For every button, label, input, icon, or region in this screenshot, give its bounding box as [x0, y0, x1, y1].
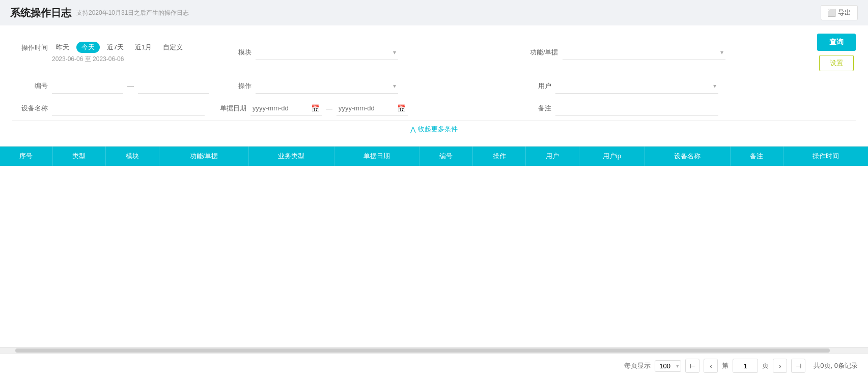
page-label: 第 — [722, 361, 729, 370]
page-num-input[interactable] — [733, 359, 758, 373]
user-select[interactable] — [555, 78, 718, 94]
user-select-wrapper: ▾ — [555, 78, 718, 94]
page-header: 系统操作日志 支持2020年10月31日之后产生的操作日志 ⬜ 导出 — [0, 0, 868, 25]
col-op-time: 操作时间 — [783, 147, 868, 166]
operation-select[interactable] — [256, 78, 398, 94]
time-btn-custom[interactable]: 自定义 — [159, 42, 187, 53]
code-input-start[interactable] — [52, 78, 123, 94]
code-label: 编号 — [12, 81, 48, 91]
page-size-label: 每页显示 — [624, 361, 651, 370]
action-buttons: 查询 设置 — [817, 34, 856, 71]
date-start-wrapper: 📅 — [250, 101, 322, 116]
module-select[interactable] — [256, 45, 398, 60]
export-icon: ⬜ — [827, 9, 836, 17]
page-subtitle: 支持2020年10月31日之后产生的操作日志 — [76, 9, 189, 17]
col-voucher-date: 单据日期 — [334, 147, 419, 166]
calendar-start-icon[interactable]: 📅 — [311, 104, 320, 112]
operation-label: 操作 — [216, 81, 251, 91]
scrollbar-thumb[interactable] — [15, 348, 830, 353]
operation-select-wrapper: ▾ — [256, 78, 398, 94]
date-dash: — — [326, 105, 332, 112]
time-btn-yesterday[interactable]: 昨天 — [52, 42, 73, 53]
time-range-text: 2023-06-06 至 2023-06-06 — [52, 55, 187, 64]
collapse-up-icon: ⋀ — [410, 126, 416, 133]
next-page-button[interactable]: › — [773, 359, 787, 373]
table-wrapper: 序号 类型 模块 功能/单据 业务类型 单据日期 编号 操作 用户 用户ip 设… — [0, 147, 868, 347]
table-header-row: 序号 类型 模块 功能/单据 业务类型 单据日期 编号 操作 用户 用户ip 设… — [0, 147, 868, 166]
remark-input[interactable] — [555, 101, 718, 116]
prev-page-button[interactable]: ‹ — [704, 359, 718, 373]
col-operation: 操作 — [472, 147, 525, 166]
collapse-label: 收起更多条件 — [418, 125, 458, 134]
collapse-button[interactable]: ⋀ 收起更多条件 — [410, 125, 458, 134]
col-code: 编号 — [419, 147, 472, 166]
settings-button[interactable]: 设置 — [819, 55, 854, 71]
col-user: 用户 — [526, 147, 579, 166]
code-dash: — — [127, 82, 134, 90]
col-func: 功能/单据 — [159, 147, 248, 166]
first-page-button[interactable]: ⊢ — [685, 359, 699, 373]
page-unit: 页 — [762, 361, 769, 370]
remark-label: 备注 — [506, 104, 551, 113]
col-type: 类型 — [52, 147, 105, 166]
collapse-bar: ⋀ 收起更多条件 — [12, 120, 856, 138]
col-device: 设备名称 — [645, 147, 730, 166]
pagination-bar: 每页显示 100 50 200 ▾ ⊢ ‹ 第 页 › ⊣ 共0页, 0条记录 — [0, 353, 868, 378]
col-module: 模块 — [106, 147, 159, 166]
filter-area: 操作时间 昨天 今天 近7天 近1月 自定义 2023-06-06 至 2023… — [0, 25, 868, 147]
time-btn-1month[interactable]: 近1月 — [131, 42, 156, 53]
page-size-wrapper: 100 50 200 ▾ — [655, 360, 681, 372]
code-input-end[interactable] — [138, 78, 209, 94]
time-btn-today[interactable]: 今天 — [76, 42, 100, 53]
module-select-wrapper: ▾ — [256, 45, 398, 60]
page-size-select[interactable]: 100 50 200 — [655, 360, 681, 372]
page-title: 系统操作日志 — [10, 6, 71, 20]
data-table: 序号 类型 模块 功能/单据 业务类型 单据日期 编号 操作 用户 用户ip 设… — [0, 147, 868, 166]
device-label: 设备名称 — [12, 104, 48, 113]
query-button[interactable]: 查询 — [817, 34, 856, 51]
func-label: 功能/单据 — [513, 48, 558, 57]
col-biz-type: 业务类型 — [249, 147, 334, 166]
last-page-button[interactable]: ⊣ — [791, 359, 805, 373]
col-user-ip: 用户ip — [579, 147, 645, 166]
time-btn-7days[interactable]: 近7天 — [103, 42, 128, 53]
device-input[interactable] — [52, 101, 205, 116]
col-remark: 备注 — [730, 147, 783, 166]
module-label: 模块 — [216, 48, 251, 57]
func-select-wrapper: ▾ — [563, 45, 725, 60]
func-select[interactable] — [563, 45, 725, 60]
horizontal-scrollbar[interactable] — [0, 347, 868, 353]
col-index: 序号 — [0, 147, 52, 166]
time-label: 操作时间 — [12, 42, 48, 52]
export-button[interactable]: ⬜ 导出 — [821, 5, 858, 20]
voucher-date-label: 单据日期 — [216, 104, 246, 113]
user-label: 用户 — [506, 81, 551, 91]
total-text: 共0页, 0条记录 — [814, 361, 858, 370]
calendar-end-icon[interactable]: 📅 — [397, 104, 406, 112]
date-end-wrapper: 📅 — [337, 101, 408, 116]
time-filter-group: 昨天 今天 近7天 近1月 自定义 2023-06-06 至 2023-06-0… — [52, 42, 187, 64]
